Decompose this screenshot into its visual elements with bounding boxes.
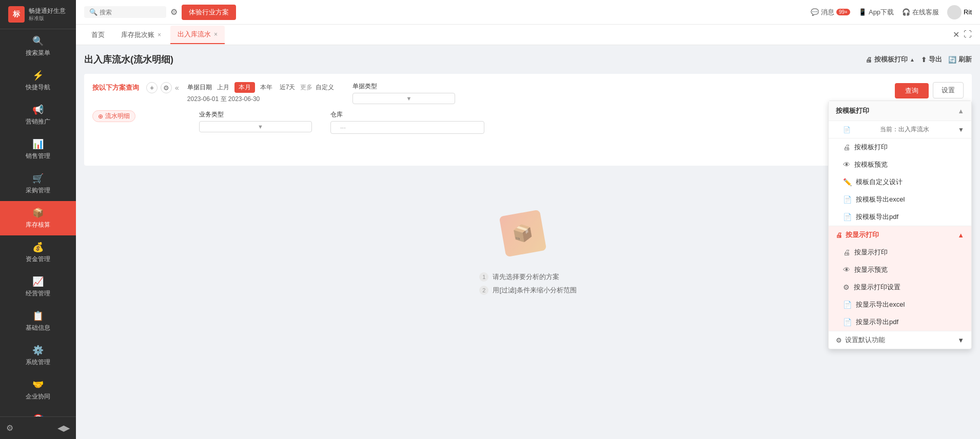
sidebar-item-purchase[interactable]: 🛒 采购管理 xyxy=(0,167,76,201)
doc-type-select[interactable]: ▼ xyxy=(352,93,455,104)
tab-close-flow[interactable]: × xyxy=(214,31,218,38)
export-btn[interactable]: ⬆ 导出 xyxy=(921,55,942,64)
footer-arrow-icon: ▼ xyxy=(957,336,964,344)
tip-text-1: 请先选择要分析的方案 xyxy=(493,272,559,282)
query-btn[interactable]: 查询 xyxy=(895,83,929,98)
empty-illustration: 📦 xyxy=(499,210,547,257)
template-excel-item[interactable]: 📄 按模板导出excel xyxy=(829,191,971,208)
search-input[interactable] xyxy=(100,9,161,16)
gear-icon-2: ⚙ xyxy=(843,283,850,291)
template-custom-item[interactable]: ✏️ 模板自定义设计 xyxy=(829,173,971,191)
date-shortcut-this-month[interactable]: 本月 xyxy=(234,82,255,93)
tab-batch[interactable]: 库存批次账 × xyxy=(114,26,168,44)
doc-type-group: 单据类型 ▼ xyxy=(352,82,455,104)
search-box[interactable]: 🔍 xyxy=(84,6,166,18)
date-shortcut-7days[interactable]: 近7天 xyxy=(278,82,298,93)
print-dropdown-title: 按模板打印 xyxy=(836,106,869,115)
user-profile[interactable]: Rit xyxy=(947,5,972,19)
print-dropdown-header: 按模板打印 ▲ xyxy=(829,101,971,121)
empty-tip-2: 2 用[过滤]条件来缩小分析范围 xyxy=(479,286,576,295)
system-icon: ⚙️ xyxy=(32,345,44,356)
chevron-down-icon-biz: ▼ xyxy=(258,124,306,130)
template-print-item[interactable]: 🖨 按模板打印 xyxy=(829,138,971,156)
close-window-icon[interactable]: ✕ xyxy=(953,30,959,39)
template-preview-item[interactable]: 👁 按模板预览 xyxy=(829,156,971,173)
warehouse-group: 仓库 ··· xyxy=(330,110,484,134)
display-section: 🖨 按显示打印 ▲ 🖨 按显示打印 👁 按显示预览 ⚙ xyxy=(829,226,971,331)
warehouse-row: ··· xyxy=(330,121,484,134)
topbar: 🔍 ⚙ 体验行业方案 💬 消息 99+ 📱 App下载 🎧 在 xyxy=(76,0,980,25)
tag-icon: ⊕ xyxy=(98,113,103,120)
gear-icon[interactable]: ⚙ xyxy=(170,7,178,17)
date-custom-btn[interactable]: 自定义 xyxy=(316,83,334,92)
dropdown-footer[interactable]: ⚙ 设置默认功能 ▼ xyxy=(829,331,971,349)
service-btn[interactable]: 🎧 在线客服 xyxy=(902,8,939,17)
date-field-label: 单据日期 xyxy=(187,83,212,92)
filter-tag-label: 流水明细 xyxy=(105,112,130,121)
tab-home[interactable]: 首页 xyxy=(84,26,112,44)
page-title-text: 出入库流水(流水明细) xyxy=(84,53,173,66)
biz-type-select[interactable]: ▼ xyxy=(199,121,312,132)
sidebar-label-sales: 销售管理 xyxy=(26,152,50,161)
sidebar-label-system: 系统管理 xyxy=(26,358,50,367)
sidebar-item-base[interactable]: 📋 基础信息 xyxy=(0,304,76,338)
sidebar-item-collab[interactable]: 🤝 企业协同 xyxy=(0,373,76,407)
brand-info: 畅捷通好生意 标准版 xyxy=(29,7,66,23)
display-pdf-item[interactable]: 📄 按显示导出pdf xyxy=(829,313,971,331)
export-icon: ⬆ xyxy=(921,56,927,64)
sidebar-item-marketing[interactable]: 📢 营销推广 xyxy=(0,98,76,132)
filter-section-label: 按以下方案查询 xyxy=(92,83,139,92)
printer-icon-1: 🖨 xyxy=(843,143,850,151)
date-more-btn[interactable]: 更多 xyxy=(300,83,312,92)
sidebar-footer: ⚙ ◀▶ xyxy=(0,416,76,439)
more-dots-icon[interactable]: ··· xyxy=(340,124,346,131)
dropdown-arrow-icon[interactable]: ▲ xyxy=(957,107,964,115)
print-template-btn[interactable]: 🖨 按模板打印 ▲ xyxy=(866,55,915,64)
sidebar-item-finance[interactable]: 💰 资金管理 xyxy=(0,235,76,270)
display-print-item[interactable]: 🖨 按显示打印 xyxy=(829,244,971,261)
sidebar-item-operation[interactable]: 📈 经营管理 xyxy=(0,270,76,304)
sidebar-label-base: 基础信息 xyxy=(26,324,50,332)
sidebar-item-guide[interactable]: 🎯 新手引导 xyxy=(0,407,76,416)
app-logo-icon: 标 xyxy=(8,6,25,23)
tip-number-2: 2 xyxy=(479,286,488,295)
collapse-icon[interactable]: ◀▶ xyxy=(57,423,70,433)
settings-footer-icon: ⚙ xyxy=(836,336,842,344)
eye-icon-2: 👁 xyxy=(843,266,850,274)
industry-btn[interactable]: 体验行业方案 xyxy=(182,5,236,20)
filter-setting-btn[interactable]: ⚙ xyxy=(161,82,172,93)
expand-window-icon[interactable]: ⛶ xyxy=(964,30,972,39)
refresh-btn[interactable]: 🔄 刷新 xyxy=(948,55,972,64)
display-preview-item[interactable]: 👁 按显示预览 xyxy=(829,261,971,278)
sidebar-item-search[interactable]: 🔍 搜索菜单 xyxy=(0,29,76,64)
date-shortcut-last-month[interactable]: 上月 xyxy=(215,82,231,93)
tab-flow[interactable]: 出入库流水 × xyxy=(170,26,225,44)
filter-add-btn[interactable]: + xyxy=(146,82,158,93)
filter-tag-item[interactable]: ⊕ 流水明细 xyxy=(92,110,135,122)
settings-icon[interactable]: ⚙ xyxy=(6,423,13,433)
template-pdf-item[interactable]: 📄 按模板导出pdf xyxy=(829,208,971,226)
sidebar-label-shortcut: 快捷导航 xyxy=(26,83,50,92)
sidebar-item-system[interactable]: ⚙️ 系统管理 xyxy=(0,338,76,373)
sidebar-label-inventory: 库存核算 xyxy=(26,221,50,229)
display-excel-item[interactable]: 📄 按显示导出excel xyxy=(829,296,971,313)
print-dropdown: 按模板打印 ▲ 📄 当前：出入库流水 ▼ 🖨 按模板打印 👁 按模板预览 xyxy=(828,101,972,349)
setting-btn[interactable]: 设置 xyxy=(933,82,964,98)
edit-icon-1: ✏️ xyxy=(843,178,852,186)
sidebar-item-inventory[interactable]: 📦 库存核算 xyxy=(0,201,76,235)
message-btn[interactable]: 💬 消息 99+ xyxy=(811,8,850,17)
app-download-btn[interactable]: 📱 App下载 xyxy=(858,8,894,17)
warehouse-select[interactable]: ··· xyxy=(330,121,484,134)
sidebar-item-sales[interactable]: 📊 销售管理 xyxy=(0,132,76,167)
excel-icon-2: 📄 xyxy=(843,301,852,309)
excel-icon-1: 📄 xyxy=(843,195,852,204)
tab-close-batch[interactable]: × xyxy=(158,31,161,38)
print-dropdown-current: 📄 当前：出入库流水 ▼ xyxy=(829,121,971,138)
brand-name: 畅捷通好生意 xyxy=(29,7,66,15)
date-shortcut-this-year[interactable]: 本年 xyxy=(258,82,275,93)
empty-tip-1: 1 请先选择要分析的方案 xyxy=(479,272,576,282)
footer-label: 设置默认功能 xyxy=(845,335,885,345)
filter-collapse-btn[interactable]: « xyxy=(175,84,179,92)
display-setting-item[interactable]: ⚙ 按显示打印设置 xyxy=(829,278,971,296)
sidebar-item-shortcut[interactable]: ⚡ 快捷导航 xyxy=(0,64,76,98)
